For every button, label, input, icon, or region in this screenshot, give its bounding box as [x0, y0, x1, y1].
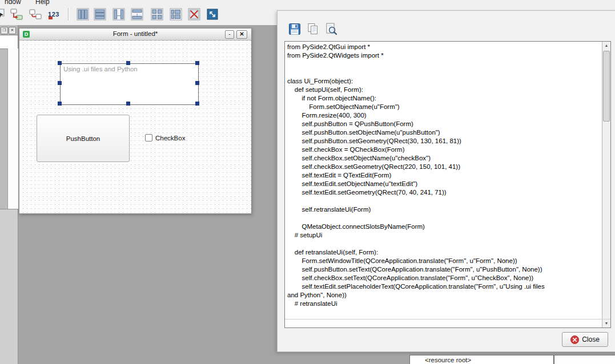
textedit-placeholder: Using .ui files and Python — [63, 66, 138, 72]
widget-box-list[interactable] — [7, 48, 18, 209]
code-viewer: from PySide2.QtGui import * from PySide2… — [284, 41, 611, 328]
selection-handle[interactable] — [58, 61, 62, 65]
form-editor-window: D Form - untitled* - ✕ Using .ui files a… — [19, 28, 252, 214]
resource-root-item[interactable]: <resource root> — [409, 355, 554, 364]
vertical-scrollbar[interactable]: ▲ — [602, 42, 610, 319]
layout-horizontal-icon[interactable] — [75, 7, 90, 22]
tab-order-red-mark — [49, 17, 53, 19]
resource-root-label: <resource root> — [425, 357, 471, 363]
scroll-up-icon: ▲ — [605, 43, 609, 47]
layout-grid-icon[interactable] — [150, 7, 164, 22]
widget-box-dock: ❐ ✕ — [0, 25, 18, 364]
selection-handle[interactable] — [195, 102, 199, 106]
checkbox-widget[interactable]: CheckBox — [145, 126, 203, 149]
textedit-widget[interactable]: Using .ui files and Python — [60, 63, 199, 105]
edit-tab-order-icon[interactable]: 123 — [46, 7, 61, 22]
selection-handle[interactable] — [195, 61, 199, 65]
find-icon[interactable] — [324, 22, 339, 37]
close-button-label: Close — [582, 335, 600, 343]
save-icon[interactable] — [287, 22, 302, 37]
layout-vertical-icon[interactable] — [93, 7, 107, 22]
scrollbar-thumb[interactable] — [603, 51, 610, 122]
svg-text:↔: ↔ — [116, 12, 122, 18]
scroll-down-icon: ▼ — [605, 321, 609, 325]
dock-lower-panel — [0, 209, 18, 364]
close-button[interactable]: Close — [562, 332, 608, 347]
dock-close-icon: ✕ — [11, 28, 14, 32]
dock-close-button[interactable]: ✕ — [9, 27, 16, 34]
menu-item-help[interactable]: Help — [35, 0, 50, 6]
dock-float-icon: ❐ — [2, 28, 6, 32]
pushbutton-widget[interactable]: PushButton — [37, 115, 130, 162]
form-window-titlebar[interactable]: D Form - untitled* - ✕ — [19, 29, 251, 41]
selection-handle[interactable] — [195, 81, 199, 85]
layout-form-icon[interactable] — [168, 7, 183, 22]
checkbox-indicator[interactable] — [145, 134, 152, 141]
svg-text:↕: ↕ — [136, 12, 139, 18]
generated-python-code[interactable]: from PySide2.QtGui import * from PySide2… — [285, 42, 602, 319]
break-layout-icon[interactable] — [187, 7, 202, 22]
layout-horizontal-splitter-icon[interactable]: ↔ — [111, 7, 126, 22]
edit-buddies-icon[interactable] — [28, 7, 43, 22]
edit-widgets-icon[interactable] — [0, 7, 7, 22]
selection-handle[interactable] — [126, 102, 130, 106]
adjust-size-icon[interactable] — [205, 7, 220, 22]
pushbutton-label: PushButton — [66, 135, 100, 142]
form-window-title: Form - untitled* — [19, 30, 251, 37]
menubar: ndow Help — [5, 0, 62, 6]
close-icon: ✕ — [239, 31, 244, 37]
form-close-button[interactable]: ✕ — [236, 30, 247, 39]
code-preview-dialog: from PySide2.QtGui import * from PySide2… — [277, 10, 615, 352]
toolbar-separator — [68, 8, 69, 21]
selection-handle[interactable] — [58, 102, 62, 106]
widget-box-filter-input[interactable] — [0, 35, 18, 49]
tab-order-glyph: 123 — [47, 8, 60, 21]
selection-handle[interactable] — [58, 81, 62, 85]
close-circle-icon — [570, 335, 579, 344]
edit-signals-slots-icon[interactable] — [9, 7, 24, 22]
selection-handle[interactable] — [126, 61, 130, 65]
scroll-up-button[interactable]: ▲ — [602, 42, 610, 50]
menu-item-window[interactable]: ndow — [5, 0, 21, 6]
minimize-icon: - — [228, 31, 230, 37]
horizontal-scrollbar-area — [285, 319, 610, 327]
scroll-down-button[interactable]: ▼ — [602, 319, 610, 327]
dock-float-button[interactable]: ❐ — [1, 27, 8, 34]
checkbox-label: CheckBox — [155, 135, 185, 141]
form-minimize-button[interactable]: - — [225, 30, 234, 39]
copy-icon[interactable] — [306, 22, 320, 37]
form-canvas[interactable]: Using .ui files and Python PushButton Ch… — [19, 41, 251, 213]
resource-side-panel — [554, 355, 615, 364]
layout-vertical-splitter-icon[interactable]: ↕ — [130, 7, 144, 22]
